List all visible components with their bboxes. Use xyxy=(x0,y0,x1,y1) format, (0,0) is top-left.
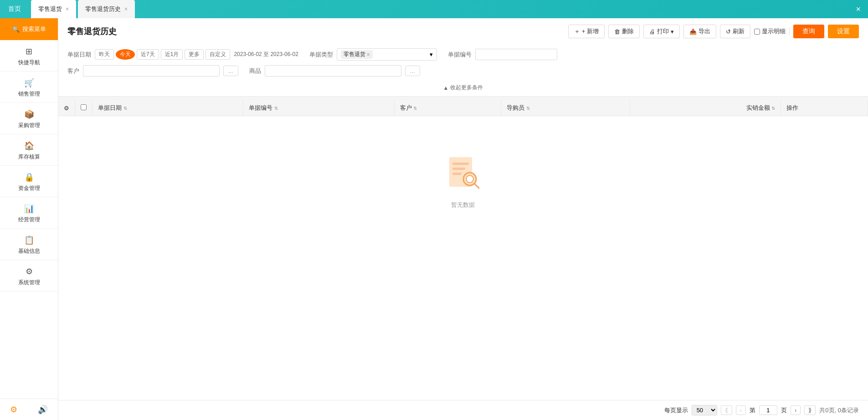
date-btn-today[interactable]: 今天 xyxy=(116,49,135,60)
voucher-no-filter: 单据编号 xyxy=(448,49,557,60)
tab-retail-return[interactable]: 零售退货 × xyxy=(31,0,76,18)
date-range-display: 2023-06-02 至 2023-06-02 xyxy=(234,51,298,58)
purchase-icon: 📦 xyxy=(24,109,34,119)
collapse-arrow-icon: ▲ xyxy=(443,85,449,91)
sidebar: 🔍 搜索菜单 ⊞ 快捷导航 🛒 销售管理 📦 采购管理 🏠 库存核算 🔒 资金管… xyxy=(0,18,58,420)
show-detail-label: 显示明细 xyxy=(762,27,786,36)
close-window-button[interactable]: × xyxy=(856,5,861,14)
close-tab-retail-return-history[interactable]: × xyxy=(124,6,128,12)
collapse-btn[interactable]: ▲ 收起更多条件 xyxy=(67,81,859,96)
query-label: 查询 xyxy=(802,27,815,35)
col-customer-label: 客户 xyxy=(400,104,412,111)
date-btn-yesterday[interactable]: 昨天 xyxy=(95,49,114,60)
sidebar-item-finance[interactable]: 🔒 资金管理 xyxy=(0,166,58,197)
goods-input[interactable] xyxy=(265,65,401,77)
inventory-icon: 🏠 xyxy=(24,141,34,151)
per-page-select[interactable]: 20 50 100 xyxy=(692,405,717,415)
page-input[interactable] xyxy=(759,405,777,415)
col-customer[interactable]: 客户 ⇅ xyxy=(394,100,501,116)
operations-icon: 📊 xyxy=(24,204,34,214)
svg-line-6 xyxy=(474,184,479,188)
customer-ellipsis-btn[interactable]: ... xyxy=(223,66,238,76)
sidebar-search[interactable]: 🔍 搜索菜单 xyxy=(0,18,58,40)
select-all-checkbox[interactable] xyxy=(81,104,87,110)
voucher-type-tag-label: 零售退货 xyxy=(344,51,365,58)
date-btn-1month[interactable]: 近1月 xyxy=(161,49,183,60)
goods-ellipsis-btn[interactable]: ... xyxy=(405,66,420,76)
new-label: + 新增 xyxy=(582,27,599,36)
sidebar-item-sales[interactable]: 🛒 销售管理 xyxy=(0,72,58,103)
sort-customer-icon: ⇅ xyxy=(413,106,417,111)
quick-nav-icon: ⊞ xyxy=(26,46,32,56)
date-btn-more[interactable]: 更多 xyxy=(185,49,204,60)
voucher-type-select[interactable]: 零售退货 × ▾ xyxy=(337,48,437,61)
settings-bottom-icon[interactable]: ⚙ xyxy=(10,405,17,415)
search-icon: 🔍 xyxy=(12,26,20,33)
sidebar-item-inventory[interactable]: 🏠 库存核算 xyxy=(0,134,58,166)
refresh-icon: ↺ xyxy=(726,28,731,35)
sidebar-item-quick-nav[interactable]: ⊞ 快捷导航 xyxy=(0,40,58,72)
voucher-type-tag: 零售退货 × xyxy=(341,50,373,59)
customer-label: 客户 xyxy=(67,67,79,75)
col-guide-label: 导购员 xyxy=(507,104,524,111)
data-table: ⚙ 单据日期 ⇅ 单据编号 ⇅ 客户 ⇅ xyxy=(58,100,868,246)
col-amount-label: 实销金额 xyxy=(746,104,770,111)
tab-retail-return-history-label: 零售退货历史 xyxy=(85,5,121,13)
col-guide[interactable]: 导购员 ⇅ xyxy=(501,100,630,116)
sort-amount-icon: ⇅ xyxy=(771,106,775,111)
next-page-btn[interactable]: › xyxy=(791,405,801,415)
new-button[interactable]: ＋ + 新增 xyxy=(568,25,605,38)
print-icon: 🖨 xyxy=(649,28,655,35)
voucher-no-input[interactable] xyxy=(475,49,557,60)
sort-vno-icon: ⇅ xyxy=(274,106,278,111)
finance-icon: 🔒 xyxy=(24,172,34,182)
date-btn-7days[interactable]: 近7天 xyxy=(137,49,159,60)
sales-icon: 🛒 xyxy=(24,78,34,88)
date-filter-label: 单据日期 xyxy=(67,51,91,59)
settings-button[interactable]: 设置 xyxy=(828,25,859,38)
main-content: 零售退货历史 ＋ + 新增 🗑 删除 🖨 打印 ▾ xyxy=(58,18,868,420)
customer-input[interactable] xyxy=(83,65,220,77)
sidebar-item-purchase[interactable]: 📦 采购管理 xyxy=(0,103,58,134)
sidebar-item-label: 快捷导航 xyxy=(18,59,40,67)
delete-label: 删除 xyxy=(622,27,634,36)
export-icon: 📤 xyxy=(689,28,697,35)
sidebar-item-system[interactable]: ⚙ 系统管理 xyxy=(0,260,58,292)
svg-rect-1 xyxy=(452,163,469,165)
delete-icon: 🗑 xyxy=(614,28,620,35)
col-checkbox[interactable] xyxy=(75,100,92,116)
refresh-button[interactable]: ↺ 刷新 xyxy=(720,25,750,38)
sidebar-item-operations[interactable]: 📊 经营管理 xyxy=(0,197,58,229)
svg-rect-3 xyxy=(452,173,462,175)
col-settings[interactable]: ⚙ xyxy=(58,100,75,116)
per-page-label: 每页显示 xyxy=(664,406,688,415)
prev-page-btn[interactable]: ‹ xyxy=(736,405,746,415)
col-amount[interactable]: 实销金额 ⇅ xyxy=(630,100,781,116)
delete-button[interactable]: 🗑 删除 xyxy=(608,25,640,38)
divider xyxy=(789,28,790,35)
system-icon: ⚙ xyxy=(26,266,33,277)
page-label: 第 xyxy=(750,406,755,415)
sidebar-item-label: 系统管理 xyxy=(18,279,40,287)
last-page-btn[interactable]: ⟫ xyxy=(804,405,816,415)
date-btn-custom[interactable]: 自定义 xyxy=(205,49,230,60)
print-arrow-icon: ▾ xyxy=(671,28,674,35)
basic-icon: 📋 xyxy=(24,235,34,245)
first-page-btn[interactable]: ⟪ xyxy=(721,405,732,415)
col-date[interactable]: 单据日期 ⇅ xyxy=(92,100,243,116)
query-button[interactable]: 查询 xyxy=(793,25,824,38)
show-detail-checkbox[interactable] xyxy=(754,29,760,35)
voucher-type-remove-icon[interactable]: × xyxy=(367,51,370,58)
tab-home[interactable]: 首页 xyxy=(0,0,29,18)
speaker-icon[interactable]: 🔊 xyxy=(38,405,48,415)
empty-icon xyxy=(442,153,483,194)
print-label: 打印 xyxy=(657,27,669,36)
col-voucher-no[interactable]: 单据编号 ⇅ xyxy=(243,100,394,116)
goods-filter: 商品 ... xyxy=(249,65,420,77)
print-button[interactable]: 🖨 打印 ▾ xyxy=(643,25,680,38)
export-button[interactable]: 📤 导出 xyxy=(683,25,716,38)
tab-retail-return-history[interactable]: 零售退货历史 × xyxy=(78,0,135,18)
sidebar-item-basic[interactable]: 📋 基础信息 xyxy=(0,229,58,260)
voucher-type-filter: 单据类型 零售退货 × ▾ xyxy=(309,48,437,61)
close-tab-retail-return[interactable]: × xyxy=(66,6,69,12)
